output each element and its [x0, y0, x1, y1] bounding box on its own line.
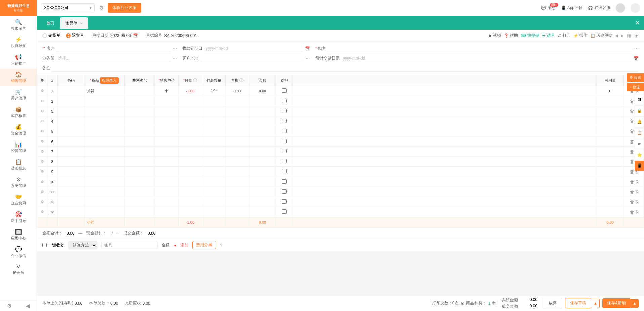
customer-input[interactable] — [57, 45, 171, 52]
row-pack-qty-cell[interactable] — [202, 137, 226, 147]
row-pack-qty-cell[interactable] — [202, 167, 226, 177]
row-unit-cell[interactable] — [155, 197, 179, 207]
delete-row-icon[interactable]: 🗑 — [630, 209, 634, 215]
user-avatar[interactable] — [616, 3, 625, 13]
gift-checkbox[interactable] — [282, 119, 287, 123]
row-pack-qty-cell[interactable] — [202, 157, 226, 167]
row-unit-cell[interactable] — [155, 177, 179, 187]
row-spec-cell[interactable] — [125, 86, 155, 96]
float-btn-5[interactable]: ✏ — [635, 139, 644, 149]
row-pack-qty-cell[interactable]: 1个 — [202, 86, 226, 96]
row-barcode-cell[interactable] — [58, 177, 84, 187]
message-button[interactable]: 💬 消息 99+ — [541, 5, 556, 11]
row-remark-cell[interactable] — [293, 86, 597, 96]
row-qty-cell[interactable] — [179, 116, 202, 126]
float-btn-1[interactable]: 🖼 — [635, 94, 644, 105]
row-pack-qty-cell[interactable] — [202, 187, 226, 197]
row-product-cell[interactable] — [84, 187, 125, 197]
row-price-cell[interactable] — [226, 96, 249, 106]
collapse-icon[interactable]: ◀ — [26, 303, 30, 309]
gift-checkbox[interactable] — [282, 99, 287, 103]
row-barcode-cell[interactable] — [58, 147, 84, 157]
row-barcode-cell[interactable] — [58, 106, 84, 116]
row-qty-cell[interactable] — [179, 207, 202, 217]
app-download-button[interactable]: 📱 App下载 — [561, 5, 582, 11]
delete-row-icon[interactable]: 🗑 — [630, 99, 634, 104]
row-remark-cell[interactable] — [293, 116, 597, 126]
row-product-cell[interactable] — [84, 147, 125, 157]
row-gift-cell[interactable] — [276, 207, 293, 217]
operation-link[interactable]: ⚡ 操作 — [573, 33, 588, 38]
row-pack-qty-cell[interactable] — [202, 106, 226, 116]
row-unit-cell[interactable] — [155, 96, 179, 106]
sidebar-item-search[interactable]: 🔍 搜索菜单 — [0, 16, 37, 34]
row-spec-cell[interactable] — [125, 187, 155, 197]
sidebar-item-collab[interactable]: 🤝 企业协同 — [0, 191, 37, 208]
close-tab-icon[interactable]: ✕ — [80, 21, 83, 25]
debit-help-icon[interactable]: ? — [107, 301, 109, 306]
sidebar-item-purchase[interactable]: 🛒 采购管理 — [0, 86, 37, 104]
radio-return[interactable]: 退货单 — [66, 33, 84, 38]
row-amount-cell[interactable] — [249, 116, 276, 126]
float-btn-3[interactable]: 🔔 — [635, 116, 644, 127]
row-product-cell[interactable] — [84, 126, 125, 137]
row-gift-cell[interactable] — [276, 137, 293, 147]
row-gift-cell[interactable] — [276, 167, 293, 177]
row-unit-cell[interactable] — [155, 147, 179, 157]
row-spec-cell[interactable] — [125, 207, 155, 217]
gift-checkbox[interactable] — [282, 209, 287, 214]
row-price-cell[interactable] — [226, 137, 249, 147]
row-qty-cell[interactable] — [179, 137, 202, 147]
settle-method-select[interactable]: 结算方式 — [68, 241, 97, 249]
row-price-cell[interactable] — [226, 116, 249, 126]
row-product-cell[interactable] — [84, 137, 125, 147]
row-gift-cell[interactable] — [276, 106, 293, 116]
row-qty-cell[interactable] — [179, 106, 202, 116]
row-qty-cell[interactable] — [179, 177, 202, 187]
row-product-cell[interactable] — [84, 157, 125, 167]
fee-help-icon[interactable]: ? — [220, 243, 222, 248]
row-remark-cell[interactable] — [293, 207, 597, 217]
row-unit-cell[interactable] — [155, 106, 179, 116]
row-remark-cell[interactable] — [293, 157, 597, 167]
price-info-icon[interactable]: ⓘ — [239, 78, 243, 83]
row-remark-cell[interactable] — [293, 147, 597, 157]
gift-checkbox[interactable] — [282, 169, 287, 173]
row-pack-qty-cell[interactable] — [202, 197, 226, 207]
row-gift-cell[interactable] — [276, 197, 293, 207]
note-input[interactable] — [52, 65, 639, 72]
customer-picker-icon[interactable]: ··· — [173, 46, 177, 52]
delete-row-icon[interactable]: 🗑 — [630, 199, 634, 205]
row-qty-cell[interactable] — [179, 96, 202, 106]
row-amount-cell[interactable] — [249, 167, 276, 177]
row-product-cell[interactable] — [84, 106, 125, 116]
row-product-cell[interactable] — [84, 177, 125, 187]
expected-calendar-icon[interactable]: 📅 — [634, 56, 639, 61]
row-remark-cell[interactable] — [293, 187, 597, 197]
row-barcode-cell[interactable] — [58, 207, 84, 217]
salesperson-picker-icon[interactable]: ··· — [173, 55, 177, 62]
expected-date-input[interactable] — [342, 55, 632, 62]
row-barcode-cell[interactable] — [58, 126, 84, 137]
row-barcode-cell[interactable] — [58, 167, 84, 177]
delete-row-icon[interactable]: 🗑 — [630, 129, 634, 134]
row-qty-cell[interactable] — [179, 157, 202, 167]
row-amount-cell[interactable] — [249, 106, 276, 116]
gift-checkbox[interactable] — [282, 179, 287, 184]
row-unit-cell[interactable] — [155, 137, 179, 147]
discard-button[interactable]: 放弃 — [543, 298, 562, 308]
tab-home[interactable]: 首页 — [41, 17, 60, 29]
row-price-cell[interactable] — [226, 126, 249, 137]
row-pack-qty-cell[interactable] — [202, 96, 226, 106]
row-amount-cell[interactable] — [249, 157, 276, 167]
gift-checkbox[interactable] — [282, 88, 287, 93]
row-pack-qty-cell[interactable] — [202, 126, 226, 137]
row-product-cell[interactable] — [84, 197, 125, 207]
settings-icon[interactable]: ⚙ — [98, 3, 105, 12]
nav-right-icon[interactable]: ▶ — [621, 33, 624, 38]
row-amount-cell[interactable]: 0.00 — [249, 86, 276, 96]
row-pack-qty-cell[interactable] — [202, 177, 226, 187]
radio-sale[interactable]: 销货单 — [42, 33, 61, 38]
row-product-cell[interactable] — [84, 207, 125, 217]
scan-button[interactable]: 扫码录入 — [100, 77, 119, 84]
